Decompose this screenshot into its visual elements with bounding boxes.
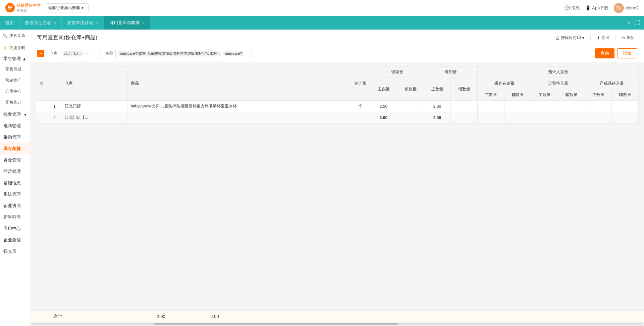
industry-label: 母婴行业演示账套 [48, 5, 80, 11]
th-purchase-transit-aux: 辅数量 [504, 89, 531, 101]
product-tag-1-value: babycare学饮杯 儿童防摔防撞吸管杯重力球吸嘴杯宝宝水杯 [120, 51, 217, 56]
th-available: 可用量 [424, 66, 478, 78]
sidebar-wholesale-arrow: ▾ [24, 112, 26, 117]
row2-purchase-arrive-main [531, 112, 558, 124]
row2-unit [350, 112, 370, 124]
sidebar-enterprise-collab-label: 企业协同 [3, 203, 21, 209]
sidebar-finance-label: 资金管理 [3, 157, 21, 163]
warehouse-label: 仓库 [50, 51, 58, 56]
row2-production-main [585, 112, 612, 124]
warehouse-input[interactable]: 江北门店 × ··· [60, 49, 100, 58]
print-icon: 🖨 [555, 36, 559, 40]
tab-fullscreen-btn[interactable]: ⛶ [635, 20, 640, 26]
sidebar-search[interactable]: 🔍 搜索菜单 [0, 30, 30, 42]
sidebar-item-retail-stats[interactable]: 零售统计 [0, 97, 30, 108]
data-table: ⚙ 仓库 商品 主计量 现存量 [36, 66, 639, 124]
app-download-btn[interactable]: 📱 App下载 [585, 5, 608, 11]
sidebar-nav[interactable]: ⚡ 快捷导航 [0, 42, 30, 52]
logo-text-area: 畅捷通好生意 标准版 [17, 3, 41, 12]
industry-select[interactable]: 母婴行业演示账套 ▾ [45, 3, 89, 12]
sidebar-item-enterprise-collab[interactable]: 企业协同 [0, 199, 30, 211]
sidebar-retail-label: 零售管理 [3, 56, 21, 62]
footer-current-main: 2.00 [148, 314, 174, 319]
query-btn[interactable]: 查询 [595, 48, 614, 58]
product-label: 商品 [105, 51, 113, 56]
sidebar-item-operations[interactable]: 经营管理 [0, 165, 30, 177]
th-production-main: 主数量 [585, 89, 612, 101]
sidebar-item-enterprise-wechat[interactable]: 企业微信 [0, 234, 30, 245]
sidebar-item-finance[interactable]: 资金管理 [0, 154, 30, 165]
row1-warehouse: 江北门店 [61, 101, 127, 112]
row2-purchase-transit-main [478, 112, 504, 124]
th-production-pending: 产成品待入量 [585, 78, 639, 89]
export-btn[interactable]: ⬇ 导出 [594, 34, 612, 42]
sidebar-retail-promo-label: 营销推广 [5, 78, 21, 83]
row2-seq: 2 [48, 112, 61, 124]
row2-product [127, 112, 350, 124]
content-area: 可用量查询(按仓库+商品) 🖨 按模板打印 ▾ ⬇ 导出 ↻ 刷新 [30, 30, 644, 326]
tab-close-all-btn[interactable]: × [628, 20, 631, 26]
tab-receive-summary-close[interactable]: × [54, 21, 56, 25]
tab-order-stats-label: 要货单统计表 [67, 20, 93, 26]
export-label: 导出 [601, 35, 609, 41]
refresh-btn[interactable]: ↻ 刷新 [619, 34, 637, 42]
sidebar-item-app-center[interactable]: 应用中心 [0, 222, 30, 234]
sidebar-item-system[interactable]: 系统管理 [0, 188, 30, 199]
refresh-icon: ↻ [622, 36, 625, 40]
user-area[interactable]: Ea demo2 [614, 3, 639, 13]
row1-purchase-transit-main [478, 101, 504, 112]
th-product: 商品 [127, 66, 350, 101]
row1-current-aux [397, 101, 424, 112]
action-divider-2 [615, 36, 616, 40]
th-purchase-arrive-main: 主数量 [531, 89, 558, 101]
sidebar-retail-arrow: ▲ [22, 56, 26, 61]
tab-receive-summary[interactable]: 收发存汇总表 × [20, 16, 62, 30]
export-icon: ⬇ [597, 36, 600, 40]
sidebar-vip-label: 畅会员 [3, 248, 16, 254]
sidebar-item-wholesale[interactable]: 批发管理 ▾ [0, 108, 30, 120]
tab-home[interactable]: 首页 [0, 16, 20, 30]
tab-bar-actions: × ⛶ [624, 16, 644, 30]
logo-sub: 标准版 [17, 8, 41, 13]
tab-receive-summary-label: 收发存汇总表 [25, 20, 51, 26]
th-purchase-arrive-aux: 辅数量 [558, 89, 585, 101]
sidebar-operations-label: 经营管理 [3, 169, 21, 175]
sidebar-item-purchase[interactable]: 采购管理 [0, 131, 30, 142]
scrollbar-thumb[interactable] [154, 323, 398, 325]
sidebar-ecom-label: 电商管理 [3, 123, 21, 129]
sidebar-new-guide-label: 新手引导 [3, 214, 21, 220]
sidebar-item-retail-promo[interactable]: 营销推广 [0, 75, 30, 86]
warehouse-tag-close[interactable]: × [80, 52, 82, 55]
tab-available-stock[interactable]: 可用量库存账本 × [104, 16, 150, 30]
print-btn[interactable]: 🖨 按模板打印 ▾ [553, 34, 587, 42]
product-tag-1-close[interactable]: × [218, 52, 220, 55]
refresh-label: 刷新 [627, 35, 635, 41]
sidebar-item-retail-mall[interactable]: 零售商城 [0, 64, 30, 75]
tab-order-stats[interactable]: 要货单统计表 × [62, 16, 104, 30]
sidebar-basic-label: 基础信息 [3, 180, 21, 186]
sidebar-enterprise-wechat-label: 企业微信 [3, 237, 21, 243]
product-more[interactable]: ··· [246, 51, 249, 56]
row2-current-main: 2.00 [370, 112, 397, 124]
sidebar-item-vip[interactable]: 畅会员 [0, 245, 30, 257]
sidebar-item-basic[interactable]: 基础信息 [0, 177, 30, 188]
sidebar-item-ecom[interactable]: 电商管理 [0, 120, 30, 131]
tab-available-stock-close[interactable]: × [143, 21, 145, 25]
sidebar-item-inventory[interactable]: 库存核算 [0, 142, 30, 154]
sidebar-item-retail[interactable]: 零售管理 ▲ [0, 52, 30, 64]
product-input[interactable]: babycare学饮杯 儿童防摔防撞吸管杯重力球吸嘴杯宝宝水杯 × babyca… [115, 49, 252, 58]
warehouse-more[interactable]: ··· [85, 51, 89, 56]
settings-icon[interactable]: ⚙ [40, 81, 44, 86]
logo-text: 畅捷通好生意 [17, 3, 41, 8]
sidebar-search-label: 搜索菜单 [9, 33, 25, 39]
message-btn[interactable]: 💬 消息 [565, 5, 580, 11]
sidebar-item-new-guide[interactable]: 新手引导 [0, 211, 30, 222]
expand-btn[interactable]: » [37, 50, 44, 57]
th-current-stock: 现存量 [370, 66, 424, 78]
tab-order-stats-close[interactable]: × [96, 21, 98, 25]
sidebar-retail-stats-label: 零售统计 [5, 100, 21, 105]
settings-btn[interactable]: 设置 [617, 48, 637, 58]
table-footer: 合计 2.00 2.00 [30, 310, 644, 322]
sidebar-item-member-center[interactable]: 会员中心 [0, 86, 30, 97]
scrollbar-track[interactable] [32, 323, 643, 325]
